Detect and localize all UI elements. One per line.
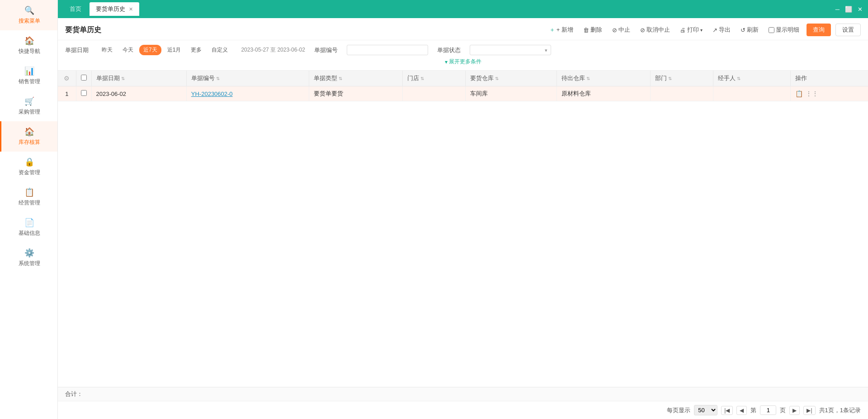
- filter-row-1: 单据日期 昨天 今天 近7天 近1月 更多 自定义 2023-05-27 至 2…: [65, 45, 861, 55]
- print-button[interactable]: 🖨 打印 ▾: [677, 24, 705, 36]
- content: 要货单历史 ＋ + 新增 🗑 删除 ⊘ 中止 ⊘ 取消中止: [58, 18, 868, 419]
- row-store: [402, 86, 465, 101]
- row-department: [650, 86, 713, 101]
- page-unit: 页: [780, 406, 786, 414]
- tab-requisition-history[interactable]: 要货单历史 ✕: [90, 2, 139, 16]
- sidebar-item-sales[interactable]: 📊 销售管理: [0, 61, 57, 91]
- col-header-date: 单据日期⇅: [91, 71, 186, 86]
- sidebar-item-search-menu[interactable]: 🔍 搜索菜单: [0, 0, 57, 30]
- page-header: 要货单历史 ＋ + 新增 🗑 删除 ⊘ 中止 ⊘ 取消中止: [58, 18, 868, 40]
- cancel-stop-icon: ⊘: [640, 27, 645, 33]
- top-bar-right: ─ ⬜ ✕: [835, 6, 863, 13]
- expand-more-btn[interactable]: ▾ 展开更多条件: [65, 58, 861, 66]
- base-info-icon: 📄: [24, 218, 34, 228]
- row-type: 要货单要货: [309, 86, 402, 101]
- date-btn-today[interactable]: 今天: [118, 45, 137, 55]
- finance-icon: 🔒: [24, 157, 34, 167]
- row-action-buttons: 📋 ⋮⋮: [795, 90, 863, 97]
- query-button[interactable]: 查询: [807, 24, 831, 36]
- sort-docno-icon[interactable]: ⇅: [216, 76, 220, 81]
- total-info: 共1页，1条记录: [819, 406, 861, 414]
- row-docno-link[interactable]: YH-20230602-0: [191, 90, 233, 97]
- display-detail-toggle[interactable]: 显示明细: [766, 24, 802, 36]
- sidebar-item-base-info[interactable]: 📄 基础信息: [0, 212, 57, 243]
- sidebar-item-label: 经营管理: [19, 199, 40, 207]
- sidebar-item-purchase[interactable]: 🛒 采购管理: [0, 91, 57, 121]
- col-header-req-warehouse: 要货仓库⇅: [465, 71, 557, 86]
- status-filter-wrap: [470, 45, 551, 55]
- row-pending-warehouse: 原材料仓库: [557, 86, 650, 101]
- date-btn-custom[interactable]: 自定义: [208, 45, 232, 55]
- display-detail-checkbox[interactable]: [769, 27, 774, 33]
- page-size-select[interactable]: 20 50 100: [694, 405, 717, 415]
- row-check: [76, 86, 91, 101]
- operations-icon: 📋: [24, 187, 34, 197]
- sidebar-item-label: 资金管理: [19, 169, 40, 176]
- sort-type-icon[interactable]: ⇅: [339, 76, 342, 81]
- sidebar-item-inventory[interactable]: 🏠 库存核算: [0, 121, 57, 152]
- sales-icon: 📊: [24, 66, 34, 76]
- sidebar-item-finance[interactable]: 🔒 资金管理: [0, 152, 57, 182]
- sidebar-item-system[interactable]: ⚙️ 系统管理: [0, 243, 57, 273]
- tab-home[interactable]: 首页: [63, 2, 88, 16]
- row-edit-icon[interactable]: 📋: [795, 90, 803, 97]
- col-header-department: 部门⇅: [650, 71, 713, 86]
- sidebar-item-quick-nav[interactable]: 🏠 快捷导航: [0, 30, 57, 61]
- delete-button[interactable]: 🗑 删除: [580, 24, 605, 36]
- next-page-button[interactable]: ▶: [789, 406, 800, 415]
- row-req-warehouse: 车间库: [465, 86, 557, 101]
- docno-filter-label: 单据编号: [314, 46, 338, 54]
- row-actions: 📋 ⋮⋮: [790, 86, 868, 101]
- page-size-label: 每页显示: [667, 406, 690, 414]
- search-menu-icon: 🔍: [24, 5, 34, 15]
- first-page-button[interactable]: |◀: [721, 406, 733, 415]
- stop-button[interactable]: ⊘ 中止: [609, 24, 633, 36]
- sort-pending-warehouse-icon[interactable]: ⇅: [586, 76, 590, 81]
- date-btn-yesterday[interactable]: 昨天: [98, 45, 117, 55]
- tab-close-icon[interactable]: ✕: [129, 6, 133, 12]
- cancel-stop-button[interactable]: ⊘ 取消中止: [637, 24, 673, 36]
- status-filter-select[interactable]: [470, 45, 551, 55]
- summary-label: 合计：: [65, 390, 83, 397]
- sidebar-item-label: 系统管理: [19, 260, 40, 267]
- date-btn-1month[interactable]: 近1月: [163, 45, 185, 55]
- sort-store-icon[interactable]: ⇅: [420, 76, 424, 81]
- docno-filter-input[interactable]: [347, 45, 428, 55]
- new-icon: ＋: [549, 26, 555, 34]
- maximize-icon[interactable]: ⬜: [845, 6, 852, 13]
- sort-handler-icon[interactable]: ⇅: [737, 76, 741, 81]
- select-all-checkbox[interactable]: [81, 75, 87, 81]
- sidebar-item-label: 采购管理: [19, 108, 40, 116]
- col-header-gear: ⚙: [58, 71, 76, 86]
- row-handler: [713, 86, 790, 101]
- row-date: 2023-06-02: [91, 86, 186, 101]
- delete-icon: 🗑: [583, 27, 589, 33]
- refresh-button[interactable]: ↺ 刷新: [738, 24, 761, 36]
- page-number-input[interactable]: [760, 405, 776, 415]
- sort-department-icon[interactable]: ⇅: [668, 76, 672, 81]
- sidebar-item-operations[interactable]: 📋 经营管理: [0, 182, 57, 212]
- table-settings-icon[interactable]: ⚙: [64, 75, 70, 82]
- date-filter-label: 单据日期: [65, 46, 89, 54]
- export-button[interactable]: ↗ 导出: [710, 24, 733, 36]
- table-area: ⚙ 单据日期⇅ 单据编号⇅ 单据类型⇅: [58, 71, 868, 387]
- sidebar-item-label: 快捷导航: [19, 48, 40, 55]
- system-icon: ⚙️: [24, 248, 34, 258]
- last-page-button[interactable]: ▶|: [803, 406, 815, 415]
- col-header-docno: 单据编号⇅: [186, 71, 309, 86]
- row-checkbox[interactable]: [81, 90, 87, 96]
- settings-button[interactable]: 设置: [835, 24, 861, 36]
- new-button[interactable]: ＋ + 新增: [547, 24, 576, 36]
- date-btn-7days[interactable]: 近7天: [139, 45, 161, 55]
- toolbar: ＋ + 新增 🗑 删除 ⊘ 中止 ⊘ 取消中止 🖨 打印: [547, 24, 861, 36]
- close-window-icon[interactable]: ✕: [858, 6, 863, 13]
- sort-date-icon[interactable]: ⇅: [121, 76, 125, 81]
- prev-page-button[interactable]: ◀: [736, 406, 747, 415]
- date-btn-more[interactable]: 更多: [187, 45, 206, 55]
- expand-more-icon: ▾: [445, 59, 448, 65]
- pagination: 每页显示 20 50 100 |◀ ◀ 第 页 ▶ ▶| 共1页，1条记录: [58, 401, 868, 419]
- col-header-handler: 经手人⇅: [713, 71, 790, 86]
- row-more-icon[interactable]: ⋮⋮: [806, 90, 818, 97]
- sort-req-warehouse-icon[interactable]: ⇅: [495, 76, 499, 81]
- minimize-icon[interactable]: ─: [835, 6, 840, 13]
